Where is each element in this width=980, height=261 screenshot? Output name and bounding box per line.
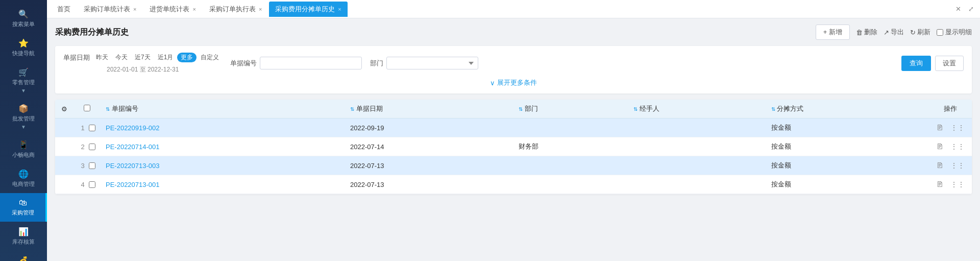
order-no-link[interactable]: PE-20220713-003 <box>106 162 160 170</box>
row-actions-cell: 🖹 ⋮⋮ <box>929 118 972 137</box>
row-actions-cell: 🖹 ⋮⋮ <box>929 156 972 175</box>
close-icon[interactable]: × <box>259 6 262 12</box>
th-ops: 操作 <box>929 100 972 118</box>
date-range-text: 2022-01-01 至 2022-12-31 <box>107 65 179 74</box>
close-icon[interactable]: × <box>192 6 195 12</box>
sidebar-item-purchase[interactable]: 🛍 采购管理 <box>0 193 47 222</box>
row-order-no-cell: PE-20220919-002 <box>101 118 345 137</box>
table-row: 4 PE-20220713-0012022-07-13按金额 🖹 ⋮⋮ <box>55 175 972 194</box>
custom-date-btn[interactable]: 自定义 <box>198 52 222 63</box>
yesterday-btn[interactable]: 昨天 <box>93 52 111 63</box>
more-action-icon[interactable]: ⋮⋮ <box>948 123 967 133</box>
row-checkbox[interactable] <box>89 162 95 169</box>
add-button[interactable]: + 新增 <box>816 25 850 40</box>
row-split-method-cell: 按金额 <box>766 175 929 194</box>
row-order-no-cell: PE-20220714-001 <box>101 137 345 156</box>
row-actions-cell: 🖹 ⋮⋮ <box>929 137 972 156</box>
order-no-link[interactable]: PE-20220713-001 <box>106 181 160 188</box>
row-checkbox[interactable] <box>89 144 95 150</box>
query-button[interactable]: 查询 <box>901 56 931 71</box>
last1month-btn[interactable]: 近1月 <box>155 52 177 63</box>
view-action-icon[interactable]: 🖹 <box>934 141 945 152</box>
row-order-no-cell: PE-20220713-003 <box>101 156 345 175</box>
sidebar-item-inventory[interactable]: 📊 库存核算 <box>0 222 47 251</box>
filter-area: 单据日期 昨天 今天 近7天 近1月 更多 自定义 2022-01-01 至 2… <box>55 46 972 93</box>
sidebar-item-ecom[interactable]: 🌐 电商管理 <box>0 164 47 193</box>
sidebar-item-quick-nav[interactable]: ⭐ 快捷导航 <box>0 33 47 62</box>
sidebar-item-ecom-mobile[interactable]: 📱 小畅电商 <box>0 135 47 164</box>
show-detail-checkbox-label[interactable]: 显示明细 <box>937 28 972 37</box>
row-handler-cell <box>628 156 766 175</box>
delete-button[interactable]: 🗑 删除 <box>856 28 877 37</box>
wholesale-icon: 📦 <box>18 104 29 113</box>
page-header: 采购费用分摊单历史 + 新增 🗑 删除 ↗ 导出 ↻ 刷新 显示明细 <box>55 25 972 40</box>
sidebar-item-retail[interactable]: 🛒 零售管理 ▼ <box>0 62 47 99</box>
th-order-no[interactable]: ⇅ 单据编号 <box>101 100 345 118</box>
more-dates-btn[interactable]: 更多 <box>177 53 197 62</box>
dept-select[interactable]: 财务部 <box>386 57 478 69</box>
close-all-tabs-button[interactable]: ✕ <box>953 4 963 14</box>
finance-icon: 💰 <box>18 256 29 261</box>
th-gear[interactable]: ⚙ <box>55 100 74 118</box>
trash-icon: 🗑 <box>856 29 863 36</box>
today-btn[interactable]: 今天 <box>112 52 131 63</box>
ecom-icon: 🌐 <box>18 169 29 179</box>
order-no-label: 单据编号 <box>230 59 257 68</box>
sidebar-item-search[interactable]: 🔍 搜索菜单 <box>0 4 47 33</box>
row-checkbox[interactable] <box>89 125 95 131</box>
more-action-icon[interactable]: ⋮⋮ <box>948 141 967 152</box>
tab-controls: ✕ ⤢ <box>953 4 976 14</box>
chevron-down-icon: ▼ <box>21 124 26 130</box>
table-row: 2 PE-20220714-0012022-07-14财务部按金额 🖹 ⋮⋮ <box>55 137 972 156</box>
row-dept-cell <box>513 156 628 175</box>
row-order-no-cell: PE-20220713-001 <box>101 175 345 194</box>
row-gear-placeholder <box>55 175 74 194</box>
view-action-icon[interactable]: 🖹 <box>934 123 945 133</box>
settings-button[interactable]: 设置 <box>935 56 964 71</box>
row-handler-cell <box>628 137 766 156</box>
dept-label: 部门 <box>370 59 383 68</box>
expand-window-button[interactable]: ⤢ <box>966 4 976 14</box>
search-icon: 🔍 <box>18 9 29 19</box>
th-split-method[interactable]: ⇅ 分摊方式 <box>766 100 929 118</box>
sort-icon: ⇅ <box>633 106 638 112</box>
row-gear-placeholder <box>55 137 74 156</box>
select-all-checkbox[interactable] <box>84 105 90 111</box>
more-action-icon[interactable]: ⋮⋮ <box>948 179 967 189</box>
row-split-method-cell: 按金额 <box>766 156 929 175</box>
sidebar: 🔍 搜索菜单 ⭐ 快捷导航 🛒 零售管理 ▼ 📦 批发管理 ▼ 📱 小畅电商 🌐… <box>0 0 47 261</box>
order-no-link[interactable]: PE-20220714-001 <box>106 143 160 151</box>
table-wrapper: ⚙ ⇅ 单据编号 ⇅ 单据日期 <box>55 100 972 194</box>
view-action-icon[interactable]: 🖹 <box>934 179 945 189</box>
th-handler[interactable]: ⇅ 经手人 <box>628 100 766 118</box>
more-action-icon[interactable]: ⋮⋮ <box>948 160 967 171</box>
order-no-link[interactable]: PE-20220919-002 <box>106 124 160 132</box>
last7days-btn[interactable]: 近7天 <box>132 52 154 63</box>
tab-home[interactable]: 首页 <box>51 2 77 17</box>
page-title: 采购费用分摊单历史 <box>55 27 129 38</box>
close-icon[interactable]: × <box>133 6 136 12</box>
tab-goods-receipt-stats[interactable]: 进货单统计表 × <box>143 2 202 17</box>
tab-purchase-expense-history[interactable]: 采购费用分摊单历史 × <box>269 2 347 17</box>
view-action-icon[interactable]: 🖹 <box>934 160 945 171</box>
export-button[interactable]: ↗ 导出 <box>884 28 904 37</box>
row-split-method-cell: 按金额 <box>766 137 929 156</box>
tab-purchase-order-stats[interactable]: 采购订单统计表 × <box>78 2 142 17</box>
close-icon[interactable]: × <box>338 6 341 12</box>
date-shortcuts: 昨天 今天 近7天 近1月 更多 自定义 <box>93 52 222 63</box>
order-no-input[interactable] <box>260 57 362 69</box>
row-handler-cell <box>628 118 766 137</box>
show-detail-checkbox[interactable] <box>937 29 943 36</box>
th-date[interactable]: ⇅ 单据日期 <box>345 100 513 118</box>
expand-more-btn[interactable]: ∨ 展开更多条件 <box>63 78 964 87</box>
sidebar-item-wholesale[interactable]: 📦 批发管理 ▼ <box>0 99 47 135</box>
tab-purchase-order-exec[interactable]: 采购订单执行表 × <box>203 2 268 17</box>
row-dept-cell: 财务部 <box>513 137 628 156</box>
sidebar-item-finance[interactable]: 💰 资金管理 <box>0 251 47 261</box>
row-handler-cell <box>628 175 766 194</box>
refresh-button[interactable]: ↻ 刷新 <box>910 28 930 37</box>
row-checkbox[interactable] <box>89 181 95 188</box>
data-table: ⚙ ⇅ 单据编号 ⇅ 单据日期 <box>55 100 972 194</box>
th-dept[interactable]: ⇅ 部门 <box>513 100 628 118</box>
row-date-cell: 2022-09-19 <box>345 118 513 137</box>
